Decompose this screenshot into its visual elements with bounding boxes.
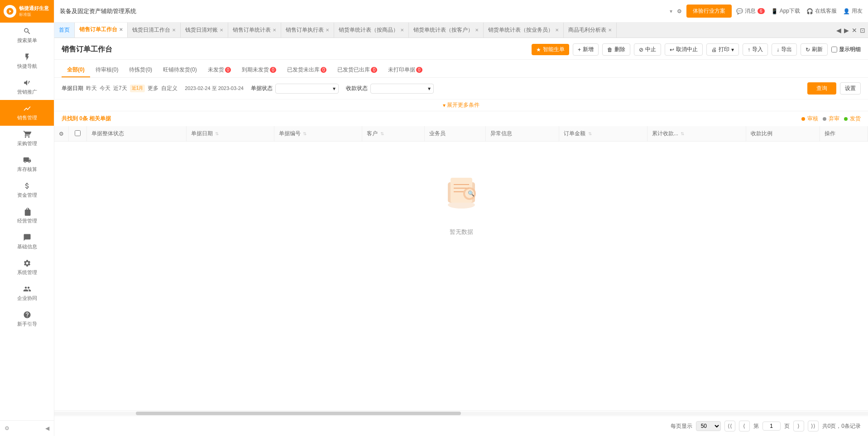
tab-sales-order[interactable]: 销售订单工作台 ✕ xyxy=(75,23,128,38)
export-button[interactable]: ↓ 导出 xyxy=(772,43,797,56)
page-number-input[interactable] xyxy=(762,422,781,431)
sidebar-item-basic-info[interactable]: 基础信息 xyxy=(0,229,54,255)
subtab-not-printed[interactable]: 未打印单据0 xyxy=(383,63,428,77)
stop-button[interactable]: ⊘ 中止 xyxy=(634,43,661,56)
refresh-button[interactable]: ↻ 刷新 xyxy=(801,43,828,56)
tab-sales-exec[interactable]: 销售订单执行表 ✕ xyxy=(281,23,334,38)
solution-button[interactable]: 体验行业方案 xyxy=(686,5,732,18)
per-page-select[interactable]: 50 100 200 xyxy=(696,421,721,431)
sidebar-item-operations[interactable]: 经营管理 xyxy=(0,203,54,229)
horizontal-scrollbar[interactable] xyxy=(54,410,868,416)
tab-sales-by-customer[interactable]: 销货单统计表（按客户） ✕ xyxy=(409,23,484,38)
subtab-wangpu-pending[interactable]: 旺铺待发货(0) xyxy=(158,63,202,77)
import-button[interactable]: ↑ 导入 xyxy=(743,43,768,56)
tabbar-next-icon[interactable]: ▶ xyxy=(844,27,849,34)
subtab-pending-pick[interactable]: 待拣货(0) xyxy=(124,63,158,77)
filter-date-more[interactable]: 更多 xyxy=(148,85,158,92)
page-first-btn[interactable]: ⟨⟨ xyxy=(724,421,735,431)
subtab-not-shipped[interactable]: 未发货0 xyxy=(202,63,237,77)
tabbar-expand-icon[interactable]: ⊡ xyxy=(860,27,865,34)
tab-sales-stat-close[interactable]: ✕ xyxy=(273,28,276,33)
cancel-action[interactable]: 弃审 xyxy=(823,115,839,123)
sort-number-icon[interactable]: ⇅ xyxy=(303,131,307,136)
collapse-icon[interactable]: ◀ xyxy=(45,425,49,431)
filter-settings-button[interactable]: 设置 xyxy=(840,82,861,95)
query-button[interactable]: 查询 xyxy=(807,82,836,95)
settings-icon[interactable]: ⚙ xyxy=(5,425,10,431)
show-detail-checkbox[interactable] xyxy=(831,47,837,52)
col-abnormal[interactable]: 异常信息 xyxy=(485,126,559,142)
delete-button[interactable]: 🗑 删除 xyxy=(602,43,630,56)
sidebar-item-sales[interactable]: 销售管理 xyxy=(0,100,54,126)
online-service-action[interactable]: 🎧 在线客服 xyxy=(806,7,837,15)
filter-date-1month[interactable]: 近1月 xyxy=(130,85,145,92)
tabbar-close-all-icon[interactable]: ✕ xyxy=(852,27,857,34)
tab-sales-by-product[interactable]: 销货单统计表（按商品） ✕ xyxy=(334,23,409,38)
col-number[interactable]: 单据编号 ⇅ xyxy=(274,126,362,142)
show-detail-checkbox-wrapper[interactable]: 显示明细 xyxy=(831,46,861,53)
subtab-overdue[interactable]: 到期未发货0 xyxy=(236,63,282,77)
print-button[interactable]: 🖨 打印 ▾ xyxy=(706,43,739,56)
tabbar-prev-icon[interactable]: ◀ xyxy=(836,27,841,34)
filter-status-select[interactable]: ▾ xyxy=(275,84,339,94)
filter-date-custom[interactable]: 自定义 xyxy=(161,85,177,92)
subtab-shipped-out[interactable]: 已发货已出库0 xyxy=(332,63,383,77)
sidebar-item-search[interactable]: 搜索菜单 xyxy=(0,23,54,48)
sort-amount-icon[interactable]: ⇅ xyxy=(588,131,592,136)
tab-cash-reconcile-close[interactable]: ✕ xyxy=(220,28,223,33)
sidebar-item-quick-nav[interactable]: 快捷导航 xyxy=(0,48,54,74)
new-button[interactable]: + 新增 xyxy=(573,43,599,56)
select-all-checkbox[interactable] xyxy=(75,130,81,136)
user-action[interactable]: 👤 用友 xyxy=(843,7,863,15)
page-last-btn[interactable]: ⟩⟩ xyxy=(808,421,819,431)
tab-home[interactable]: 首页 xyxy=(54,23,75,38)
tab-sales-order-close[interactable]: ✕ xyxy=(119,27,123,32)
sort-received-icon[interactable]: ⇅ xyxy=(681,131,684,136)
col-date[interactable]: 单据日期 ⇅ xyxy=(186,126,274,142)
page-prev-btn[interactable]: ⟨ xyxy=(739,421,750,431)
scrollbar-thumb[interactable] xyxy=(136,412,461,415)
filter-payment-select[interactable]: ▾ xyxy=(370,84,434,94)
col-received[interactable]: 累计收款... ⇅ xyxy=(647,126,746,142)
subtab-pending-review[interactable]: 待审核(0) xyxy=(90,63,124,77)
tab-cash-daily-close[interactable]: ✕ xyxy=(172,28,176,33)
sidebar-item-guide[interactable]: 新手引导 xyxy=(0,306,54,332)
col-staff[interactable]: 业务员 xyxy=(425,126,486,142)
tab-sales-by-customer-close[interactable]: ✕ xyxy=(475,28,479,33)
filter-date-yesterday[interactable]: 昨天 xyxy=(86,85,97,92)
subtab-shipped-not-out[interactable]: 已发货未出库0 xyxy=(282,63,332,77)
tab-sales-stat[interactable]: 销售订单统计表 ✕ xyxy=(228,23,281,38)
topbar-settings-icon[interactable]: ⚙ xyxy=(677,8,682,14)
subtab-all[interactable]: 全部(0) xyxy=(62,63,90,77)
col-customer[interactable]: 客户 ⇅ xyxy=(362,126,425,142)
cancel-stop-button[interactable]: ↩ 取消中止 xyxy=(665,43,703,56)
sidebar-item-cooperation[interactable]: 企业协同 xyxy=(0,280,54,306)
tab-sales-by-staff[interactable]: 销货单统计表（按业务员） ✕ xyxy=(484,23,564,38)
sidebar-item-inventory[interactable]: 库存核算 xyxy=(0,152,54,177)
tab-sales-by-staff-close[interactable]: ✕ xyxy=(555,28,559,33)
sort-date-icon[interactable]: ⇅ xyxy=(215,131,219,136)
sidebar-item-system[interactable]: 系统管理 xyxy=(0,255,54,280)
col-amount[interactable]: 订单金额 ⇅ xyxy=(559,126,647,142)
app-download-action[interactable]: 📱 App下载 xyxy=(771,7,800,15)
message-action[interactable]: 💬 消息 6 xyxy=(736,7,765,15)
tab-sales-by-product-close[interactable]: ✕ xyxy=(400,28,404,33)
col-settings[interactable]: ⚙ xyxy=(54,126,69,142)
tab-sales-exec-close[interactable]: ✕ xyxy=(326,28,329,33)
ship-action[interactable]: 发货 xyxy=(844,115,861,123)
tab-cash-daily[interactable]: 钱货日清工作台 ✕ xyxy=(128,23,181,38)
sidebar-item-marketing[interactable]: 营销推广 xyxy=(0,74,54,100)
page-next-btn[interactable]: ⟩ xyxy=(793,421,804,431)
tab-margin-analysis[interactable]: 商品毛利分析表 ✕ xyxy=(564,23,617,38)
filter-date-today[interactable]: 今天 xyxy=(100,85,110,92)
sort-customer-icon[interactable]: ⇅ xyxy=(380,131,384,136)
filter-date-7days[interactable]: 近7天 xyxy=(113,85,127,92)
col-checkbox[interactable] xyxy=(69,126,87,142)
review-action[interactable]: 审核 xyxy=(801,115,818,123)
expand-filter-button[interactable]: ▾ 展开更多条件 xyxy=(443,101,480,109)
tab-margin-analysis-close[interactable]: ✕ xyxy=(608,28,612,33)
sidebar-item-purchase[interactable]: 采购管理 xyxy=(0,126,54,152)
smart-create-button[interactable]: ★ 智能生单 xyxy=(532,44,569,55)
sidebar-item-finance[interactable]: 资金管理 xyxy=(0,177,54,203)
tab-cash-reconcile[interactable]: 钱货日清对账 ✕ xyxy=(181,23,228,38)
